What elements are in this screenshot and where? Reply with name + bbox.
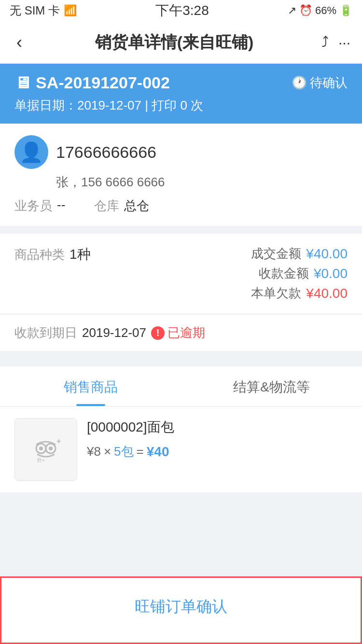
more-icon[interactable]: ··· bbox=[338, 34, 350, 51]
svg-text:野+: 野+ bbox=[37, 458, 45, 463]
unit-price: ¥8 bbox=[87, 444, 101, 459]
sales-value: -- bbox=[57, 197, 65, 214]
nav-bar: ‹ 销货单详情(来自旺铺) ⤴ ··· bbox=[0, 21, 362, 64]
order-header: 🖥 SA-20191207-002 🕐 待确认 单据日期：2019-12-07 … bbox=[0, 64, 362, 124]
customer-row: 👤 17666666666 bbox=[14, 135, 348, 169]
payment-label: 收款金额 bbox=[259, 265, 309, 282]
status-clock-icon: 🕐 bbox=[292, 75, 307, 90]
warehouse-label: 仓库 bbox=[94, 197, 119, 214]
order-date: 单据日期：2019-12-07 | 打印 0 次 bbox=[14, 97, 348, 114]
location-icon: ↗ bbox=[288, 4, 296, 17]
total-price: ¥40 bbox=[147, 444, 169, 460]
divider-1 bbox=[0, 226, 362, 234]
equals: = bbox=[137, 444, 144, 459]
due-date-value: 2019-12-07 bbox=[82, 325, 146, 340]
product-item: + 野+ [0000002]面包 ¥8 × 5包 = ¥40 bbox=[14, 418, 348, 481]
svg-text:+: + bbox=[56, 437, 61, 445]
tab-settlement[interactable]: 结算&物流等 bbox=[181, 366, 362, 406]
tab-underline bbox=[76, 404, 105, 406]
quantity: 5包 bbox=[114, 443, 133, 460]
due-section: 收款到期日 2019-12-07 ! 已逾期 bbox=[0, 314, 362, 351]
battery-icon: 🔋 bbox=[339, 4, 352, 17]
payment-value: ¥0.00 bbox=[314, 266, 348, 281]
status-bar: 无 SIM 卡 📶 下午3:28 ↗ ⏰ 66% 🔋 bbox=[0, 0, 362, 21]
alarm-icon: ⏰ bbox=[299, 4, 312, 17]
avatar-icon: 👤 bbox=[19, 141, 43, 164]
product-price: ¥8 × 5包 = ¥40 bbox=[87, 443, 348, 460]
customer-name: 张，156 6666 6666 bbox=[56, 174, 348, 191]
carrier-text: 无 SIM 卡 bbox=[10, 3, 60, 18]
confirm-order-button[interactable]: 旺铺订单确认 bbox=[16, 586, 346, 628]
product-section: + 野+ [0000002]面包 ¥8 × 5包 = ¥40 bbox=[0, 406, 362, 492]
owed-value: ¥40.00 bbox=[306, 286, 348, 301]
confirm-btn-container: 旺铺订单确认 bbox=[0, 576, 362, 644]
product-thumb-svg: + 野+ bbox=[27, 435, 65, 464]
owed-label: 本单欠款 bbox=[251, 285, 301, 302]
warehouse-meta: 仓库 总仓 bbox=[94, 197, 149, 214]
tab-sales-label: 销售商品 bbox=[64, 379, 118, 394]
battery-text: 66% bbox=[315, 4, 336, 17]
order-icon: 🖥 bbox=[14, 73, 31, 92]
overdue-icon: ! bbox=[151, 326, 165, 340]
nav-actions: ⤴ ··· bbox=[321, 34, 350, 51]
status-left: 无 SIM 卡 📶 bbox=[10, 3, 77, 18]
wifi-icon: 📶 bbox=[64, 4, 77, 17]
time-display: 下午3:28 bbox=[155, 1, 209, 20]
due-label: 收款到期日 bbox=[14, 324, 77, 341]
product-type-value: 1种 bbox=[70, 245, 91, 264]
warehouse-value: 总仓 bbox=[124, 197, 149, 214]
bottom-spacer bbox=[0, 492, 362, 550]
customer-phone: 17666666666 bbox=[56, 143, 156, 162]
amount-right: 成交金额 ¥40.00 收款金额 ¥0.00 本单欠款 ¥40.00 bbox=[251, 245, 348, 302]
transaction-value: ¥40.00 bbox=[306, 246, 348, 262]
tabs-container: 销售商品 结算&物流等 bbox=[0, 366, 362, 406]
svg-point-2 bbox=[39, 447, 43, 450]
product-thumbnail: + 野+ bbox=[14, 418, 77, 481]
order-id-text: SA-20191207-002 bbox=[36, 73, 170, 92]
overdue-text: 已逾期 bbox=[167, 324, 205, 341]
order-status: 🕐 待确认 bbox=[292, 74, 348, 91]
transaction-line: 成交金额 ¥40.00 bbox=[251, 245, 348, 262]
share-icon[interactable]: ⤴ bbox=[321, 34, 329, 51]
tab-settlement-label: 结算&物流等 bbox=[233, 379, 310, 394]
amount-row: 商品种类 1种 成交金额 ¥40.00 收款金额 ¥0.00 本单欠款 ¥40.… bbox=[14, 245, 348, 302]
owed-line: 本单欠款 ¥40.00 bbox=[251, 285, 348, 302]
order-id: 🖥 SA-20191207-002 bbox=[14, 73, 170, 92]
back-button[interactable]: ‹ bbox=[12, 28, 27, 57]
multiplier: × bbox=[104, 444, 111, 459]
tab-sales-product[interactable]: 销售商品 bbox=[0, 366, 181, 406]
sales-meta: 业务员 -- bbox=[14, 197, 65, 214]
customer-section: 👤 17666666666 张，156 6666 6666 业务员 -- 仓库 … bbox=[0, 124, 362, 226]
svg-point-3 bbox=[49, 447, 53, 450]
product-info: [0000002]面包 ¥8 × 5包 = ¥40 bbox=[87, 418, 348, 460]
product-type: 商品种类 1种 bbox=[14, 245, 91, 264]
sales-label: 业务员 bbox=[14, 197, 52, 214]
status-right: ↗ ⏰ 66% 🔋 bbox=[288, 4, 352, 17]
page-title: 销货单详情(来自旺铺) bbox=[95, 31, 254, 54]
overdue-badge: ! 已逾期 bbox=[151, 324, 205, 341]
transaction-label: 成交金额 bbox=[251, 245, 301, 262]
product-type-label: 商品种类 bbox=[14, 246, 65, 263]
order-header-top: 🖥 SA-20191207-002 🕐 待确认 bbox=[14, 73, 348, 92]
avatar: 👤 bbox=[14, 135, 48, 169]
amount-section: 商品种类 1种 成交金额 ¥40.00 收款金额 ¥0.00 本单欠款 ¥40.… bbox=[0, 234, 362, 313]
customer-meta: 业务员 -- 仓库 总仓 bbox=[14, 197, 348, 214]
product-name: [0000002]面包 bbox=[87, 418, 348, 436]
status-text: 待确认 bbox=[310, 74, 348, 91]
payment-line: 收款金额 ¥0.00 bbox=[259, 265, 348, 282]
divider-2 bbox=[0, 351, 362, 359]
